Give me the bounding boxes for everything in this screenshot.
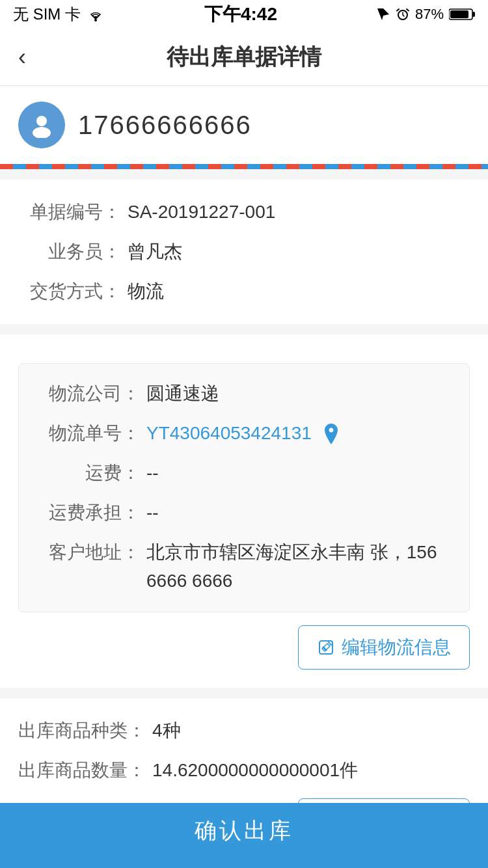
nav-bar: ‹ 待出库单据详情 — [0, 29, 488, 86]
address-value: 北京市市辖区海淀区永丰南 张，156 6666 6666 — [146, 538, 451, 597]
status-bar: 无 SIM 卡 下午4:42 87% — [0, 0, 488, 29]
alarm-icon — [396, 7, 410, 21]
basic-info-section: 单据编号： SA-20191227-001 业务员： 曾凡杰 交货方式： 物流 — [0, 180, 488, 324]
battery-text: 87% — [415, 6, 444, 23]
sales-person-value: 曾凡杰 — [128, 237, 470, 267]
freight-bearer-label: 运费承担： — [37, 498, 146, 528]
dashed-divider — [0, 164, 488, 169]
address-row: 客户地址： 北京市市辖区海淀区永丰南 张，156 6666 6666 — [37, 538, 451, 597]
doc-no-row: 单据编号： SA-20191227-001 — [18, 198, 470, 227]
logistics-section: 物流公司： 圆通速递 物流单号： YT43064053424131 运费： --… — [0, 334, 488, 688]
edit-icon — [317, 638, 335, 657]
contact-phone: 17666666666 — [78, 111, 252, 140]
company-row: 物流公司： 圆通速递 — [37, 379, 451, 409]
page-title: 待出库单据详情 — [167, 42, 321, 72]
doc-no-label: 单据编号： — [18, 198, 128, 227]
sales-person-label: 业务员： — [18, 237, 128, 267]
goods-quantity-label: 出库商品数量： — [18, 756, 152, 785]
svg-rect-3 — [472, 12, 475, 17]
svg-rect-7 — [319, 641, 332, 654]
wifi-icon — [86, 7, 105, 21]
goods-types-row: 出库商品种类： 4种 — [18, 716, 470, 746]
status-time: 下午4:42 — [204, 2, 277, 27]
delivery-method-row: 交货方式： 物流 — [18, 277, 470, 306]
svg-point-5 — [36, 116, 47, 126]
edit-logistics-label: 编辑物流信息 — [342, 635, 451, 660]
location-service-icon — [376, 7, 390, 21]
confirm-outbound-button[interactable]: 确认出库 — [0, 816, 488, 846]
status-left: 无 SIM 卡 — [13, 4, 105, 25]
svg-point-6 — [33, 127, 51, 138]
svg-rect-4 — [450, 10, 468, 18]
goods-quantity-row: 出库商品数量： 14.6200000000000001件 — [18, 756, 470, 785]
edit-btn-row: 编辑物流信息 — [18, 625, 470, 670]
goods-types-value: 4种 — [152, 716, 470, 746]
status-right: 87% — [376, 6, 475, 23]
battery-icon — [449, 8, 475, 21]
doc-no-value: SA-20191227-001 — [128, 198, 470, 227]
freight-bearer-row: 运费承担： -- — [37, 498, 451, 528]
freight-bearer-value: -- — [146, 498, 451, 528]
tracking-no-row: 物流单号： YT43064053424131 — [37, 419, 451, 448]
location-pin-icon[interactable] — [319, 422, 343, 446]
user-icon — [29, 112, 55, 138]
sales-person-row: 业务员： 曾凡杰 — [18, 237, 470, 267]
carrier-text: 无 SIM 卡 — [13, 4, 81, 25]
svg-point-0 — [94, 19, 97, 21]
goods-quantity-value: 14.6200000000000001件 — [152, 756, 470, 785]
company-value: 圆通速递 — [146, 379, 451, 409]
contact-header: 17666666666 — [0, 86, 488, 164]
goods-types-label: 出库商品种类： — [18, 716, 152, 746]
delivery-method-label: 交货方式： — [18, 277, 128, 306]
back-button[interactable]: ‹ — [18, 44, 26, 71]
confirm-btn-container: 确认出库 — [0, 803, 488, 868]
freight-label: 运费： — [37, 459, 146, 488]
edit-logistics-button[interactable]: 编辑物流信息 — [298, 625, 470, 670]
avatar — [18, 102, 65, 148]
company-label: 物流公司： — [37, 379, 146, 409]
delivery-method-value: 物流 — [128, 277, 470, 306]
freight-value: -- — [146, 459, 451, 488]
tracking-no-value[interactable]: YT43064053424131 — [146, 419, 451, 448]
logistics-card: 物流公司： 圆通速递 物流单号： YT43064053424131 运费： --… — [18, 363, 470, 612]
freight-row: 运费： -- — [37, 459, 451, 488]
address-label: 客户地址： — [37, 538, 146, 567]
tracking-no-label: 物流单号： — [37, 419, 146, 448]
